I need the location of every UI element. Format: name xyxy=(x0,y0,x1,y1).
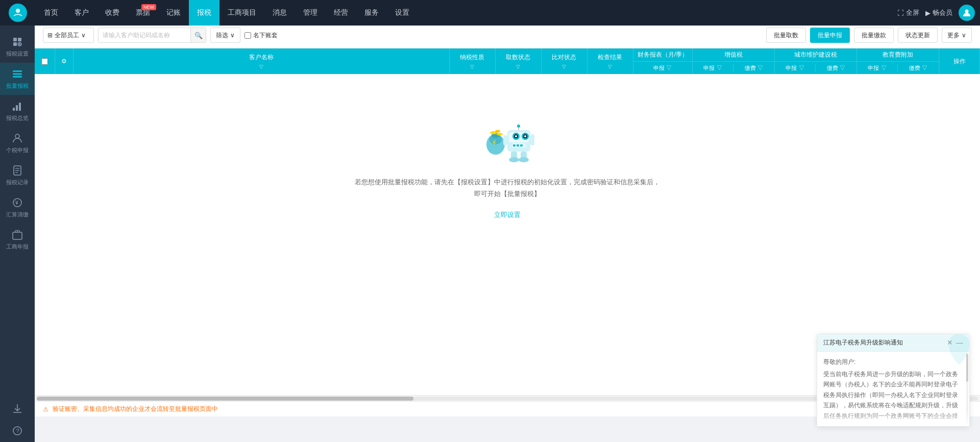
header-actions: 操作 xyxy=(939,48,980,74)
sidebar-label-personal-tax: 个税申报 xyxy=(6,146,29,154)
sidebar-label-tax-record: 报税记录 xyxy=(6,179,29,186)
header-fetch-status: 取数状态 ▽ xyxy=(496,48,542,74)
fullscreen-button[interactable]: ⛶ 全屏 xyxy=(897,8,919,17)
nav-service[interactable]: 服务 xyxy=(356,0,387,26)
nav-message[interactable]: 消息 xyxy=(264,0,295,26)
header-check-result: 检查结果 ▽ xyxy=(587,48,633,74)
sidebar-item-tax-overview[interactable]: 报税总览 xyxy=(0,95,35,127)
header-settings-cell[interactable]: ⚙ xyxy=(55,48,74,74)
header-group-education: 教育费附加 申报 ▽ 缴费 ▽ xyxy=(857,48,939,74)
nav-home[interactable]: 首页 xyxy=(36,0,66,26)
nav-bookkeeping[interactable]: 记账 xyxy=(158,0,189,26)
annual-report-icon xyxy=(11,229,23,241)
batch-declare-button[interactable]: 批量申报 xyxy=(810,28,850,43)
account-checkbox[interactable] xyxy=(244,32,251,39)
sidebar-item-batch-tax[interactable]: 批量报税 xyxy=(0,63,35,95)
header-compare-status: 比对状态 ▽ xyxy=(542,48,587,74)
sidebar-item-download[interactable] xyxy=(0,397,35,420)
settlement-icon: ¥ xyxy=(11,197,23,209)
warning-text: 验证账密、采集信息均成功的企业才会流转至批量报税页面中 xyxy=(53,405,218,413)
warning-icon: ⚠ xyxy=(43,406,48,413)
empty-state: ¥ xyxy=(35,74,980,250)
robot-illustration: ¥ xyxy=(474,105,541,166)
personal-tax-icon xyxy=(11,132,23,144)
notification-scrollbar-thumb xyxy=(966,354,968,382)
more-button[interactable]: 更多 ∨ xyxy=(942,28,972,43)
svg-rect-41 xyxy=(513,144,516,146)
tax-overview-icon xyxy=(11,100,23,112)
batch-fetch-button[interactable]: 批量取数 xyxy=(766,28,806,43)
svg-rect-11 xyxy=(13,108,15,111)
download-icon xyxy=(11,402,23,414)
filter-icon-compare[interactable]: ▽ xyxy=(562,64,566,69)
employees-icon: ⊞ xyxy=(47,32,53,39)
nav-client[interactable]: 客户 xyxy=(66,0,97,26)
nav-menu: 首页 客户 收费 票据 NEW 记账 报税 工商项目 消息 管理 经营 服务 设… xyxy=(36,0,897,26)
svg-rect-21 xyxy=(13,232,22,239)
header-urban-pay: 缴费 ▽ xyxy=(816,64,856,72)
nav-business[interactable]: 工商项目 xyxy=(219,0,264,26)
svg-point-31 xyxy=(497,133,503,136)
nav-fee[interactable]: 收费 xyxy=(97,0,128,26)
search-wrap: 🔍 xyxy=(98,28,206,43)
filter-button[interactable]: 筛选 ∨ xyxy=(210,28,240,43)
svg-rect-9 xyxy=(13,73,22,75)
header-group-financial: 财务报表（月/季） 申报 ▽ xyxy=(633,48,693,74)
sidebar-item-settlement[interactable]: ¥ 汇算清缴 xyxy=(0,191,35,224)
dropdown-icon: ∨ xyxy=(81,32,86,39)
svg-text:¥: ¥ xyxy=(492,139,496,146)
account-checkbox-label[interactable]: 名下账套 xyxy=(244,31,278,40)
sidebar-label-settlement: 汇算清缴 xyxy=(6,211,29,218)
nav-settings[interactable]: 设置 xyxy=(387,0,418,26)
setup-link[interactable]: 立即设置 xyxy=(494,210,521,219)
select-all-checkbox[interactable] xyxy=(41,58,48,65)
notification-scrollbar[interactable] xyxy=(966,354,968,424)
svg-point-39 xyxy=(524,135,526,137)
svg-point-45 xyxy=(517,125,520,128)
sidebar-item-tax-settings[interactable]: 报税设置 xyxy=(0,31,35,63)
nav-operation[interactable]: 经营 xyxy=(326,0,356,26)
help-icon: ? xyxy=(11,425,23,437)
toolbar-left: ⊞ 全部员工 ∨ 🔍 筛选 ∨ 名下账套 xyxy=(43,28,762,43)
filter-chevron-icon: ∨ xyxy=(230,32,235,39)
employee-select[interactable]: ⊞ 全部员工 ∨ xyxy=(43,28,94,43)
filter-icon-fetch[interactable]: ▽ xyxy=(516,64,520,69)
header-urban-declare: 申报 ▽ xyxy=(775,64,816,72)
svg-point-1 xyxy=(965,10,969,13)
nav-invoice[interactable]: 票据 NEW xyxy=(128,0,158,26)
header-edu-declare: 申报 ▽ xyxy=(857,64,898,72)
nav-management[interactable]: 管理 xyxy=(295,0,326,26)
scrollbar-thumb[interactable] xyxy=(37,397,413,401)
user-avatar[interactable] xyxy=(959,5,975,21)
search-button[interactable]: 🔍 xyxy=(190,28,206,43)
membership-icon: ▶ xyxy=(925,9,930,17)
status-update-button[interactable]: 状态更新 xyxy=(898,28,938,43)
notification-content: 受当前电子税务局进一步升级的影响，同一个政务网账号（办税人）名下的企业不能再同时… xyxy=(823,369,963,421)
sidebar-item-tax-record[interactable]: 报税记录 xyxy=(0,159,35,191)
nav-tax[interactable]: 报税 xyxy=(189,0,219,26)
sidebar-label-tax-overview: 报税总览 xyxy=(6,114,29,122)
sidebar-item-help[interactable]: ? xyxy=(0,420,35,442)
sidebar-item-personal-tax[interactable]: 个税申报 xyxy=(0,127,35,159)
nav-right-actions: ⛶ 全屏 ▶ 畅会员 xyxy=(897,5,975,21)
svg-rect-46 xyxy=(530,134,534,145)
sidebar-item-annual-report[interactable]: 工商年报 xyxy=(0,224,35,256)
svg-rect-42 xyxy=(517,144,519,146)
svg-point-51 xyxy=(519,157,529,162)
svg-rect-4 xyxy=(13,42,17,46)
app-logo[interactable] xyxy=(5,4,31,22)
empty-message: 若您想使用批量报税功能，请先在【报税设置】中进行报税的初始化设置，完成密码验证和… xyxy=(354,176,660,200)
sidebar-label-annual-report: 工商年报 xyxy=(6,243,29,251)
filter-icon-customer[interactable]: ▽ xyxy=(259,64,263,69)
filter-icon-check[interactable]: ▽ xyxy=(608,64,612,69)
svg-text:?: ? xyxy=(16,428,19,434)
filter-icon-tax-nature[interactable]: ▽ xyxy=(470,64,474,69)
svg-point-36 xyxy=(515,135,517,137)
toolbar: ⊞ 全部员工 ∨ 🔍 筛选 ∨ 名下账套 批量取数 批量申报 批量缴款 xyxy=(35,22,980,48)
svg-point-14 xyxy=(15,134,19,138)
batch-pay-button[interactable]: 批量缴款 xyxy=(854,28,894,43)
svg-rect-10 xyxy=(13,76,22,78)
new-badge: NEW xyxy=(141,4,156,10)
membership-button[interactable]: ▶ 畅会员 xyxy=(925,8,952,17)
search-input[interactable] xyxy=(99,28,190,42)
